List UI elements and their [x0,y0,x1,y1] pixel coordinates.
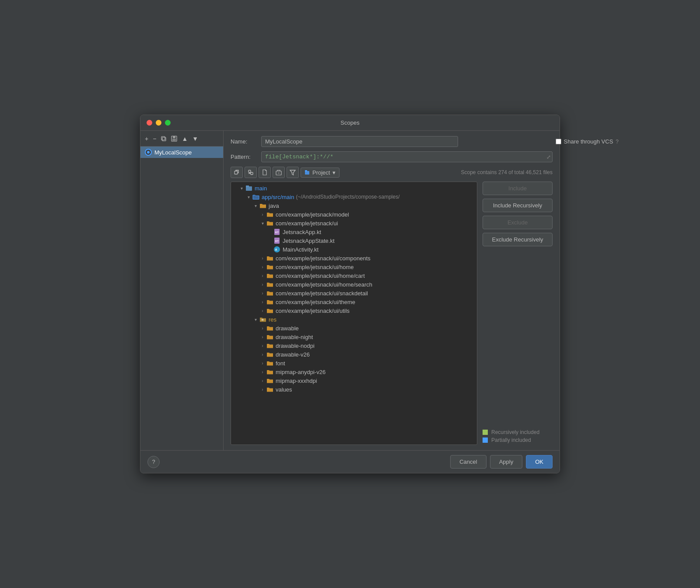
scope-icon-inner [147,151,150,154]
folder-icon [266,333,274,340]
copy-scope-button[interactable] [159,135,168,143]
tree-node-label: com/example/jetsnack/ui/home/cart [276,273,365,279]
folder-icon [266,263,274,270]
tree-node-label: MainActivity.kt [283,246,318,253]
folder-icon [266,377,274,384]
svg-marker-12 [290,170,295,175]
move-up-button[interactable]: ▲ [180,134,189,143]
tree-item[interactable]: › values [231,385,477,394]
apply-button[interactable]: Apply [490,455,523,469]
tree-arrow: › [259,326,266,331]
tree-item[interactable]: › KT JetsnackAppState.kt [231,236,477,245]
tree-item[interactable]: ▾ R res [231,315,477,324]
window-controls [147,120,171,126]
tree-item[interactable]: › drawable [231,324,477,332]
svg-rect-16 [246,186,249,187]
share-vcs-area: Share through VCS ? [556,138,560,145]
tree-arrow: › [259,335,266,340]
share-vcs-checkbox[interactable] [556,139,560,144]
tree-node-label: com/example/jetsnack/ui/components [276,255,371,262]
close-button[interactable] [147,120,152,126]
content-area: + − ▲ ▼ MyLocalScope N [140,131,560,450]
tree-item[interactable]: › A MainActivity.kt [231,245,477,254]
minimize-button[interactable] [156,120,161,126]
svg-text:R: R [262,318,264,321]
collapse-all-btn[interactable] [231,167,243,178]
scope-item[interactable]: MyLocalScope [140,147,223,158]
scopes-dialog: Scopes + − ▲ ▼ MyLocalScope [140,115,560,473]
sidebar-toolbar: + − ▲ ▼ [140,131,223,147]
tree-arrow: ▾ [259,221,266,226]
project-dropdown[interactable]: Project ▾ [301,168,340,178]
include-recursively-button[interactable]: Include Recursively [483,199,553,212]
tree-node-label: java [269,203,279,209]
tree-item[interactable]: › mipmap-anydpi-v26 [231,368,477,376]
folder-icon [266,351,274,358]
tree-item[interactable]: › com/example/jetsnack/ui/utils [231,306,477,315]
tree-item[interactable]: › com/example/jetsnack/model [231,210,477,219]
folder-icon [266,325,274,332]
name-label: Name: [231,138,257,145]
tree-item[interactable]: › drawable-night [231,332,477,341]
svg-rect-7 [251,172,253,175]
remove-scope-button[interactable]: − [151,134,158,143]
tree-item[interactable]: › com/example/jetsnack/ui/home [231,262,477,271]
include-button[interactable]: Include [483,182,553,195]
folder-icon [266,368,274,375]
tree-item[interactable]: › com/example/jetsnack/ui/theme [231,298,477,306]
save-scope-button[interactable] [169,135,179,143]
add-scope-button[interactable]: + [143,134,150,143]
tree-item[interactable]: ▾ java [231,201,477,210]
move-down-button[interactable]: ▼ [190,134,200,143]
title-bar: Scopes [140,115,560,131]
kt-file-icon: KT [273,237,281,244]
show-files-btn[interactable] [259,167,271,178]
folder-icon [266,272,274,279]
main-area: Name: Share through VCS ? Pattern: ⤢ [224,131,560,450]
tree-item[interactable]: › KT JetsnackApp.kt [231,228,477,236]
cancel-button[interactable]: Cancel [450,455,486,469]
activity-file-icon: A [273,246,281,253]
tree-arrow: › [259,352,266,357]
tree-arrow: › [259,282,266,287]
name-input[interactable] [261,136,458,147]
tree-item[interactable]: › mipmap-xxxhdpi [231,376,477,385]
file-tree[interactable]: ▾ main ▾ app/src/main [231,182,477,445]
maximize-button[interactable] [165,120,171,126]
legend-partial-color [483,438,488,443]
tree-item[interactable]: › drawable-nodpi [231,341,477,350]
tree-item[interactable]: › com/example/jetsnack/ui/home/search [231,280,477,289]
help-button[interactable]: ? [147,456,160,468]
expand-all-btn[interactable] [245,167,257,178]
svg-text:KT: KT [275,240,279,242]
tree-node-label: com/example/jetsnack/ui/home/search [276,281,372,288]
tree-arrow: › [259,387,266,392]
tree-item[interactable]: › font [231,359,477,368]
tree-item[interactable]: ▾ main [231,184,477,192]
pattern-expand-button[interactable]: ⤢ [546,154,551,160]
kt-file-icon: KT [273,228,281,235]
module-icon [245,185,253,192]
tree-node-label: mipmap-anydpi-v26 [276,369,326,375]
tree-item[interactable]: › com/example/jetsnack/ui/home/cart [231,271,477,280]
filter-btn[interactable] [287,167,299,178]
pattern-input[interactable] [261,151,553,162]
ok-button[interactable]: OK [526,455,553,469]
exclude-button[interactable]: Exclude [483,216,553,229]
tree-item[interactable]: › drawable-v26 [231,350,477,359]
tree-item[interactable]: › com/example/jetsnack/ui/snackdetail [231,289,477,298]
svg-rect-13 [305,171,309,175]
folder-icon [266,290,274,297]
tree-node-label: JetsnackAppState.kt [283,238,335,244]
res-folder-icon: R [259,316,267,323]
tree-item[interactable]: ▾ com/example/jetsnack/ui [231,219,477,228]
scope-label: MyLocalScope [154,149,192,156]
show-packages-btn[interactable] [273,167,285,178]
exclude-recursively-button[interactable]: Exclude Recursively [483,233,553,246]
tree-node-label: com/example/jetsnack/ui/home [276,264,354,270]
tree-item[interactable]: ▾ app/src/main (~/AndroidStudioProjects/… [231,192,477,201]
folder-icon [266,307,274,314]
svg-rect-14 [305,170,307,172]
side-buttons: Include Include Recursively Exclude Excl… [483,182,553,445]
tree-item[interactable]: › com/example/jetsnack/ui/components [231,254,477,262]
